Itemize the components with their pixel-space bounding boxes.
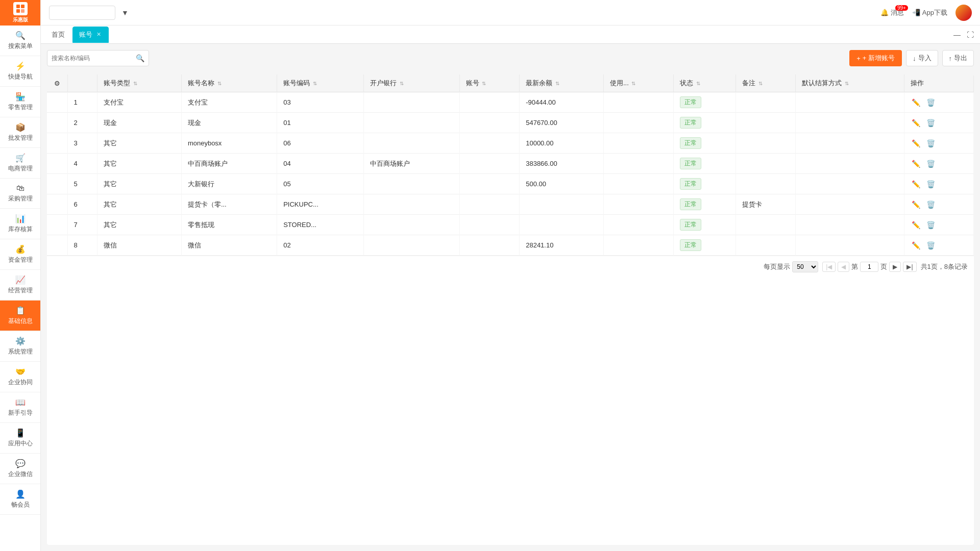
edit-button[interactable]: ✏️ <box>911 118 921 128</box>
edit-button[interactable]: ✏️ <box>911 179 921 189</box>
cell-status: 正常 <box>674 113 736 133</box>
svg-rect-2 <box>16 9 20 13</box>
delete-button[interactable]: 🗑️ <box>925 97 936 108</box>
cell-account-name: 现金 <box>181 113 277 133</box>
edit-button[interactable]: ✏️ <box>911 240 921 251</box>
tab-minimize-button[interactable]: — <box>951 30 963 40</box>
delete-button[interactable]: 🗑️ <box>925 138 936 148</box>
delete-button[interactable]: 🗑️ <box>925 240 936 251</box>
cell-account-type: 支付宝 <box>97 92 182 113</box>
basic-info-icon: 📋 <box>2 306 38 315</box>
edit-button[interactable]: ✏️ <box>911 97 921 108</box>
cell-latest-balance: 383866.00 <box>520 154 604 174</box>
col-account-type[interactable]: 账号类型 ⇅ <box>97 74 182 92</box>
sidebar-item-retail-mgmt[interactable]: 🏪 零售管理 <box>0 87 40 117</box>
status-badge: 正常 <box>680 137 701 149</box>
col-default-settlement[interactable]: 默认结算方式 ⇅ <box>796 74 904 92</box>
cell-account-type: 其它 <box>97 194 182 215</box>
sidebar-item-search[interactable]: 🔍 搜索菜单 <box>0 26 40 56</box>
delete-button[interactable]: 🗑️ <box>925 199 936 210</box>
cell-bank <box>364 235 459 256</box>
col-remark[interactable]: 备注 ⇅ <box>736 74 796 92</box>
sidebar-item-search-label: 搜索菜单 <box>8 42 33 49</box>
cell-status: 正常 <box>674 154 736 174</box>
sidebar-item-purchase-label: 采购管理 <box>8 195 33 202</box>
edit-button[interactable]: ✏️ <box>911 138 921 148</box>
col-account-number[interactable]: 账号 ⇅ <box>459 74 520 92</box>
sidebar-item-enterprise-label: 企业协同 <box>8 379 33 386</box>
sidebar-item-wholesale-mgmt[interactable]: 📦 批发管理 <box>0 117 40 148</box>
edit-button[interactable]: ✏️ <box>911 199 921 210</box>
import-button[interactable]: ↓ 导入 <box>906 50 938 66</box>
cell-checkbox <box>47 154 67 174</box>
cell-no: 2 <box>67 113 97 133</box>
delete-button[interactable]: 🗑️ <box>925 220 936 230</box>
cell-bank: 中百商场账户 <box>364 154 459 174</box>
sidebar-item-inventory[interactable]: 📊 库存核算 <box>0 209 40 239</box>
edit-button[interactable]: ✏️ <box>911 159 921 169</box>
tab-account-close[interactable]: ✕ <box>95 31 102 38</box>
search-input[interactable] <box>52 55 136 62</box>
sidebar-item-operations[interactable]: 📈 经营管理 <box>0 270 40 300</box>
first-page-button[interactable]: |◀ <box>822 262 836 272</box>
col-usage[interactable]: 使用... ⇅ <box>603 74 673 92</box>
export-button[interactable]: ↑ 导出 <box>942 50 974 66</box>
sidebar-item-app-center[interactable]: 📱 应用中心 <box>0 423 40 454</box>
col-account-name[interactable]: 账号名称 ⇅ <box>181 74 277 92</box>
next-page-button[interactable]: ▶ <box>889 262 901 272</box>
dropdown-button[interactable]: ▼ <box>121 9 129 17</box>
cell-operation: ✏️ 🗑️ <box>904 133 973 154</box>
sidebar-item-app-label: 应用中心 <box>8 440 33 447</box>
col-settings[interactable]: ⚙ <box>47 74 67 92</box>
sidebar-item-finance[interactable]: 💰 资金管理 <box>0 239 40 270</box>
tab-maximize-button[interactable]: ⛶ <box>965 30 976 40</box>
sidebar-item-ecommerce-mgmt[interactable]: 🛒 电商管理 <box>0 148 40 179</box>
col-bank[interactable]: 开户银行 ⇅ <box>364 74 459 92</box>
cell-checkbox <box>47 113 67 133</box>
export-label: 导出 <box>954 54 967 63</box>
message-button[interactable]: 🔔 消息 99+ <box>880 8 904 17</box>
app-subtitle: 乐惠版 <box>13 16 28 23</box>
prev-page-button[interactable]: ◀ <box>838 262 849 272</box>
table-row: 3 其它 moneybosx 06 10000.00 正常 ✏️ 🗑️ <box>47 133 974 154</box>
app-download-button[interactable]: 📲 App下载 <box>912 8 947 17</box>
page-size-dropdown[interactable]: 50 100 200 <box>792 261 818 272</box>
cell-account-type: 微信 <box>97 235 182 256</box>
sidebar-item-member[interactable]: 👤 畅会员 <box>0 484 40 515</box>
page-number-input[interactable] <box>860 262 878 272</box>
sidebar-item-wholesale-label: 批发管理 <box>8 134 33 141</box>
delete-button[interactable]: 🗑️ <box>925 159 936 169</box>
col-account-code[interactable]: 账号编码 ⇅ <box>277 74 364 92</box>
cell-latest-balance <box>520 194 604 215</box>
search-box: 🔍 <box>47 50 149 66</box>
member-icon: 👤 <box>2 489 38 499</box>
tab-home[interactable]: 首页 <box>45 27 71 43</box>
add-account-button[interactable]: + + 新增账号 <box>849 50 902 66</box>
purchase-icon: 🛍 <box>2 184 38 193</box>
tab-account-label: 账号 <box>79 30 92 39</box>
page-nav: |◀ ◀ 第 页 ▶ ▶| <box>822 262 916 272</box>
col-no <box>67 74 97 92</box>
sidebar-item-enterprise-agreement[interactable]: 🤝 企业协同 <box>0 362 40 392</box>
cell-checkbox <box>47 194 67 215</box>
user-avatar[interactable] <box>955 5 972 21</box>
tab-account[interactable]: 账号 ✕ <box>72 27 109 43</box>
edit-button[interactable]: ✏️ <box>911 220 921 230</box>
sidebar-item-system-mgmt[interactable]: ⚙️ 系统管理 <box>0 331 40 362</box>
sidebar-item-basic-info[interactable]: 📋 基础信息 <box>0 300 40 331</box>
sidebar-item-quick-nav[interactable]: ⚡ 快捷导航 <box>0 56 40 87</box>
delete-button[interactable]: 🗑️ <box>925 179 936 189</box>
col-latest-balance[interactable]: 最新余额 ⇅ <box>520 74 604 92</box>
sidebar: 乐惠版 🔍 搜索菜单 ⚡ 快捷导航 🏪 零售管理 📦 批发管理 🛒 电商管理 🛍… <box>0 0 41 551</box>
sidebar-item-enterprise-wechat[interactable]: 💬 企业微信 <box>0 454 40 484</box>
col-status[interactable]: 状态 ⇅ <box>674 74 736 92</box>
sidebar-item-ecommerce-label: 电商管理 <box>8 165 33 172</box>
last-page-button[interactable]: ▶| <box>903 262 916 272</box>
cell-account-number <box>459 174 520 194</box>
sidebar-item-purchase-mgmt[interactable]: 🛍 采购管理 <box>0 179 40 209</box>
cell-account-type: 其它 <box>97 215 182 235</box>
delete-button[interactable]: 🗑️ <box>925 118 936 128</box>
header-search-input[interactable] <box>49 6 115 20</box>
sidebar-item-beginner-guide[interactable]: 📖 新手引导 <box>0 392 40 423</box>
cell-usage <box>603 113 673 133</box>
